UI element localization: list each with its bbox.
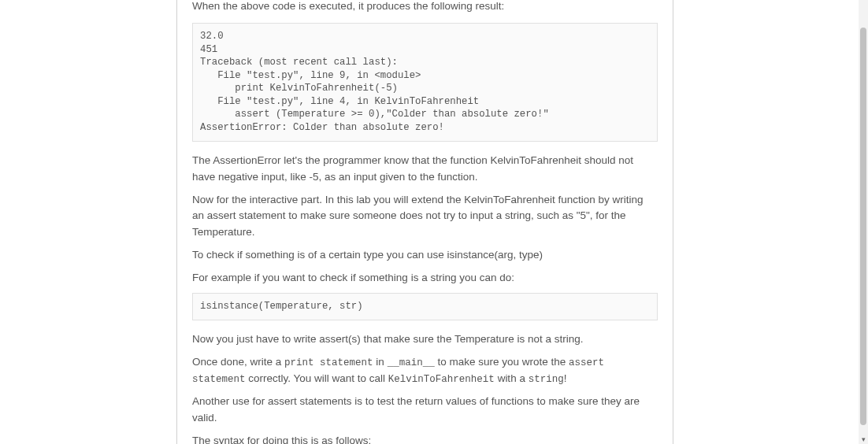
paragraph-isinstance: To check if something is of a certain ty… [192,247,658,264]
scroll-down-button[interactable]: ▾ [859,435,868,444]
paragraph-assertion-error: The AssertionError let's the programmer … [192,153,658,186]
text-fragment: correctly. You will want to call [246,372,388,384]
intro-paragraph: When the above code is executed, it prod… [192,0,658,15]
paragraph-syntax: The syntax for doing this is as follows: [192,433,658,444]
text-fragment: in [373,356,388,368]
text-fragment: ! [564,372,567,384]
code-block-isinstance: isinstance(Temperature, str) [192,293,658,320]
scrollbar-thumb[interactable] [860,28,866,425]
inline-code-kelvintofahrenheit: KelvinToFahrenheit [388,374,495,385]
inline-code-main: __main__ [388,357,435,368]
inline-code-string: string [529,374,564,385]
code-output-block-1: 32.0 451 Traceback (most recent call las… [192,23,658,142]
viewport: When the above code is executed, it prod… [0,0,868,444]
paragraph-now-write: Now you just have to write assert(s) tha… [192,331,658,348]
paragraph-once-done: Once done, write a print statement in __… [192,354,658,388]
text-fragment: to make sure you wrote the [435,356,569,368]
text-fragment: with a [495,372,529,384]
text-fragment: Once done, write a [192,356,284,368]
paragraph-for-example: For example if you want to check if some… [192,270,658,287]
paragraph-another-use: Another use for assert statements is to … [192,394,658,427]
document-card: When the above code is executed, it prod… [176,0,673,444]
paragraph-interactive-part: Now for the interactive part. In this la… [192,192,658,242]
inline-code-print-statement: print statement [284,357,373,368]
